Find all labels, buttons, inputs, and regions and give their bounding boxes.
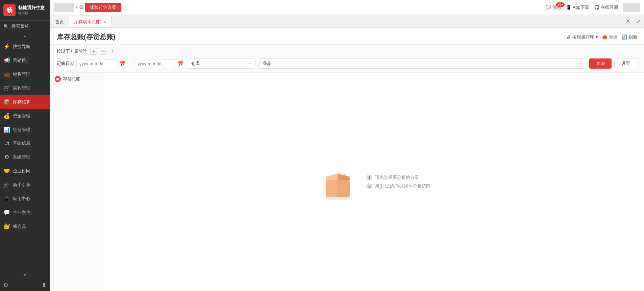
- empty-illustration: [318, 162, 358, 202]
- app-name: 畅捷通好生意: [18, 5, 45, 11]
- print-icon: 🖨: [567, 34, 571, 40]
- close-all-tabs-icon[interactable]: ✕: [625, 18, 630, 25]
- settings-footer-icon[interactable]: ⚙: [3, 282, 8, 288]
- sidebar-item-inventory[interactable]: 📦 库存核算: [0, 95, 50, 109]
- phone-icon: 📱: [566, 5, 571, 10]
- empty-hint-item-2: 2 用[过滤]条件来缩小分析范围: [366, 183, 430, 189]
- empty-hint-item-1: 1 请先选择要分析的方案: [366, 174, 430, 180]
- empty-state: 1 请先选择要分析的方案 2 用[过滤]条件来缩小分析范围: [104, 73, 644, 291]
- search-menu[interactable]: 🔍 搜索菜单: [0, 21, 50, 32]
- expand-tabs-icon[interactable]: ⤢: [636, 18, 641, 24]
- page-title: 库存总账(存货总账): [57, 32, 115, 42]
- filter-collapse-icon[interactable]: 《: [109, 48, 114, 54]
- trial-industry-button[interactable]: 体验行业方案: [85, 3, 121, 12]
- date-start-input[interactable]: [76, 59, 117, 68]
- scheme-item-inventory-ledger[interactable]: 存货总账: [50, 73, 104, 86]
- sidebar-item-marketing[interactable]: 📢 营销推广: [0, 53, 50, 67]
- product-label: 商品: [263, 60, 271, 67]
- sidebar-item-cooperation[interactable]: 🤝 企业协同: [0, 164, 50, 178]
- print-chevron-icon: ▾: [596, 34, 598, 40]
- online-support-item[interactable]: 🎧 在线客服: [594, 4, 618, 10]
- calendar-end-icon[interactable]: 📅: [177, 60, 184, 67]
- sidebar-item-wechat[interactable]: 💬 企业微信: [0, 205, 50, 219]
- sidebar-item-label: 营销推广: [13, 57, 30, 64]
- sidebar-item-newbie[interactable]: 🎓 新手引导: [0, 178, 50, 192]
- tab-close-icon[interactable]: ✕: [103, 20, 106, 24]
- sidebar-footer: ⚙ ⏸: [0, 279, 50, 291]
- tabbar: 首页 库存成本总账 ✕ ✕ ⤢: [50, 15, 644, 28]
- sidebar-item-operations[interactable]: 📊 经营管理: [0, 123, 50, 137]
- calendar-start-icon[interactable]: 📅: [119, 60, 126, 67]
- svg-point-7: [344, 173, 346, 175]
- search-menu-label: 搜索菜单: [11, 23, 29, 29]
- sidebar-item-label: 快捷导航: [13, 44, 30, 50]
- tab-home[interactable]: 首页: [50, 16, 69, 27]
- sidebar-item-sales[interactable]: 💼 销售管理: [0, 67, 50, 81]
- export-button[interactable]: 📤 导出: [602, 34, 618, 40]
- warehouse-label: 仓库: [191, 60, 200, 67]
- scroll-down-arrow[interactable]: ▼: [23, 273, 27, 277]
- sidebar-item-label: 应用中心: [13, 196, 30, 202]
- audio-footer-icon[interactable]: ⏸: [41, 282, 47, 288]
- warehouse-filter-group: 仓库 ···: [188, 58, 255, 69]
- tab-inventory-ledger[interactable]: 库存成本总账 ✕: [69, 16, 112, 27]
- product-select[interactable]: 商品 ···: [259, 58, 585, 69]
- date-filter-group: 记账日期 📅 — 📅: [57, 59, 184, 68]
- newbie-icon: 🎓: [3, 181, 10, 188]
- system-icon: ⚙: [3, 154, 10, 160]
- product-more-icon[interactable]: ···: [576, 60, 582, 67]
- filter-label-row: 按以下方案查询 + ⊙ 《: [57, 48, 637, 55]
- sidebar-item-label: 资金管理: [13, 113, 30, 119]
- messages-item[interactable]: 💬 消息 99+: [546, 4, 561, 10]
- messages-badge: 99+: [556, 2, 565, 7]
- empty-box-svg: [318, 162, 358, 202]
- warehouse-select[interactable]: 仓库 ···: [188, 58, 255, 69]
- sidebar-item-label: 经营管理: [13, 127, 30, 133]
- scheme-item-icon: [55, 76, 61, 82]
- filter-settings-icon[interactable]: ⊙: [100, 48, 106, 55]
- user-avatar[interactable]: [623, 3, 640, 12]
- settings-button[interactable]: 设置: [614, 58, 637, 69]
- scroll-up-indicator: ▲: [0, 32, 50, 40]
- quick-nav-icon: ⚡: [3, 43, 10, 50]
- sidebar-nav: ⚡ 快捷导航 📢 营销推广 💼 销售管理 🛒 采购管理 📦 库存核算 💰 资金管…: [0, 40, 50, 271]
- sidebar-item-finance[interactable]: 💰 资金管理: [0, 109, 50, 123]
- product-filter-group: 商品 ···: [259, 58, 585, 69]
- sidebar-item-purchase[interactable]: 🛒 采购管理: [0, 81, 50, 95]
- filter-add-icon[interactable]: +: [90, 48, 97, 55]
- print-template-button[interactable]: 🖨 按模板打印 ▾: [567, 34, 598, 40]
- sidebar-item-system[interactable]: ⚙ 系统管理: [0, 150, 50, 164]
- query-button[interactable]: 查询: [589, 58, 612, 69]
- sidebar-item-quick-nav[interactable]: ⚡ 快捷导航: [0, 40, 50, 53]
- date-end-input[interactable]: [134, 59, 175, 68]
- app-download-item[interactable]: 📱 App下载: [566, 4, 589, 10]
- topbar-gear-icon[interactable]: ⚙: [79, 4, 84, 10]
- svg-rect-5: [326, 180, 338, 197]
- sidebar-item-app-center[interactable]: 📱 应用中心: [0, 192, 50, 205]
- hint-num-1: 1: [366, 174, 372, 180]
- sidebar-item-label: 基础信息: [13, 140, 30, 146]
- sidebar-item-member[interactable]: 👑 畅会员: [0, 219, 50, 233]
- breadcrumb-chevron-icon[interactable]: ▾: [76, 5, 78, 10]
- member-icon: 👑: [3, 223, 10, 229]
- marketing-icon: 📢: [3, 57, 10, 64]
- wechat-icon: 💬: [3, 209, 10, 216]
- home-tab-label: 首页: [55, 19, 64, 25]
- search-icon: 🔍: [3, 24, 9, 29]
- scroll-up-arrow[interactable]: ▲: [23, 33, 27, 38]
- basic-info-icon: 🗂: [3, 140, 10, 146]
- warehouse-more-icon[interactable]: ···: [247, 60, 252, 67]
- active-tab-label: 库存成本总账: [74, 19, 100, 25]
- topbar: ▾ ⚙ 体验行业方案 💬 消息 99+ 📱 App下载 🎧 在线客服: [50, 0, 644, 15]
- hint-text-2: 用[过滤]条件来缩小分析范围: [375, 183, 430, 189]
- operations-icon: 📊: [3, 126, 10, 133]
- page-header: 库存总账(存货总账) 🖨 按模板打印 ▾ 📤 导出 🔄 刷新: [50, 28, 644, 45]
- sidebar-item-basic-info[interactable]: 🗂 基础信息: [0, 137, 50, 150]
- purchase-icon: 🛒: [3, 85, 10, 91]
- topbar-right: 💬 消息 99+ 📱 App下载 🎧 在线客服: [546, 3, 640, 12]
- scheme-sidebar: 存货总账: [50, 73, 104, 291]
- refresh-button[interactable]: 🔄 刷新: [622, 34, 637, 40]
- finance-icon: 💰: [3, 113, 10, 119]
- filter-actions: 查询 设置: [589, 58, 637, 69]
- sidebar-item-label: 系统管理: [13, 154, 30, 160]
